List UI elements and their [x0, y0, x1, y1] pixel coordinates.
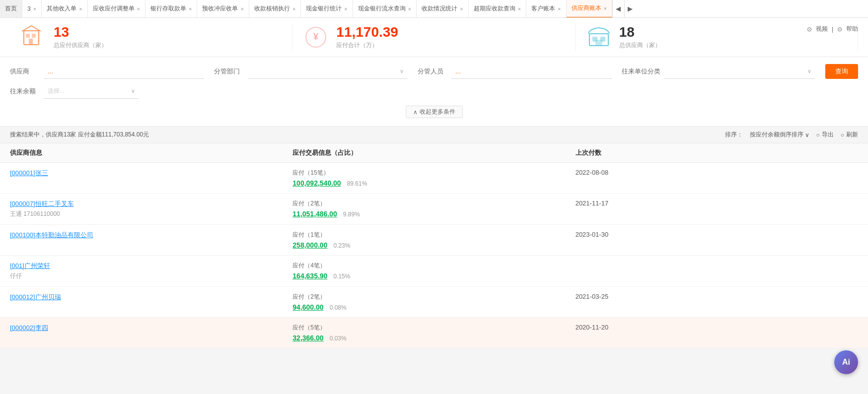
- close-icon[interactable]: ×: [79, 6, 82, 12]
- store-icon: [585, 24, 612, 51]
- nav-tab-overdue-ar[interactable]: 超期应收款查询 ×: [469, 0, 526, 18]
- stat-payable-suppliers: 13 总应付供应商（家）: [10, 24, 292, 51]
- last-pay-cell: 2022-08-08: [576, 169, 858, 176]
- nav-tab-supplier-ledger[interactable]: 供应商账本 ×: [567, 0, 612, 18]
- supplier-info-cell: [000007]恒旺二手叉车 王通 17106110000: [10, 199, 292, 218]
- supplier-filter-label: 供应商: [10, 67, 40, 76]
- close-icon[interactable]: ×: [33, 6, 36, 12]
- unit-filter-select[interactable]: ∨: [664, 64, 816, 79]
- tx-amount[interactable]: 100,092,540.00: [292, 179, 341, 187]
- help-links: ⊙ 视频 | ⊙ 帮助: [807, 25, 858, 33]
- last-pay-date: 2023-01-30: [576, 231, 609, 238]
- export-icon: ○: [816, 131, 820, 138]
- nav-tab-bank-deposit[interactable]: 银行存取款单 ×: [145, 0, 197, 18]
- nav-scroll-left[interactable]: ◀: [612, 0, 624, 18]
- last-pay-date: 2021-11-17: [576, 199, 609, 207]
- unit-filter-label: 往来单位分类: [622, 67, 660, 76]
- video-link[interactable]: 视频: [816, 25, 828, 33]
- tx-percent: 0.15%: [333, 273, 350, 280]
- nav-tab-home[interactable]: 首页: [0, 0, 22, 18]
- filter-row-1: 供应商 分管部门 ∨ 分管人员 往来单位分类 ∨ 查询: [10, 64, 858, 79]
- collapse-button[interactable]: ∧ 收起更多条件: [406, 106, 463, 118]
- supplier-info-cell: [001]广州荣轩 仔仔: [10, 262, 292, 280]
- nav-tab-prepay-offset[interactable]: 预收冲应收单 ×: [197, 0, 249, 18]
- query-button[interactable]: 查询: [825, 64, 858, 79]
- last-pay-cell: 2021-11-17: [576, 199, 858, 207]
- refresh-button[interactable]: ○ 刷新: [841, 131, 858, 139]
- close-icon[interactable]: ×: [292, 6, 295, 12]
- supplier-link[interactable]: [000100]本特勤油品有限公司: [10, 231, 292, 240]
- refresh-icon: ○: [841, 131, 844, 138]
- supplier-link[interactable]: [000002]李四: [10, 324, 292, 332]
- filter-person: 分管人员: [418, 64, 612, 79]
- dept-filter-select[interactable]: ∨: [248, 64, 408, 79]
- close-icon[interactable]: ×: [558, 6, 561, 12]
- collapse-bar: ∧ 收起更多条件: [10, 104, 858, 122]
- help-link[interactable]: 帮助: [846, 25, 858, 33]
- svg-marker-4: [23, 26, 40, 31]
- nav-tab-ap-adjustment[interactable]: 应收应付调整单 ×: [88, 0, 145, 18]
- tx-amount[interactable]: 94,600.00: [292, 303, 323, 311]
- table-row: [000002]李四 应付（5笔） 32,366.00 0.03% 2020-1…: [0, 318, 868, 348]
- filter-dept: 分管部门 ∨: [214, 64, 408, 79]
- svg-rect-2: [32, 34, 36, 38]
- last-pay-date: 2022-08-08: [576, 169, 609, 176]
- supplier-sub-info: 仔仔: [10, 272, 292, 280]
- tx-amount[interactable]: 32,366.00: [292, 334, 323, 342]
- close-icon[interactable]: ×: [240, 6, 243, 12]
- nav-tab-3[interactable]: 3 ×: [22, 0, 42, 18]
- stat-payable-total: ¥ 11,170.39 应付合计（万）: [292, 24, 575, 51]
- supplier-link[interactable]: [000007]恒旺二手叉车: [10, 199, 292, 208]
- top-navigation: 首页 3 × 其他收入单 × 应收应付调整单 × 银行存取款单 × 预收冲应收单…: [0, 0, 868, 18]
- nav-tab-collection-stats[interactable]: 收款情况统计 ×: [417, 0, 468, 18]
- nav-tab-customer-ledger[interactable]: 客户账本 ×: [526, 0, 566, 18]
- tx-percent: 89.61%: [347, 180, 367, 187]
- chevron-down-icon-2: ∨: [807, 68, 811, 74]
- balance-filter-select[interactable]: 选择... ∨: [44, 84, 139, 99]
- close-icon[interactable]: ×: [189, 6, 192, 12]
- supplier-link[interactable]: [000012]广州贝瑞: [10, 293, 292, 302]
- table-header-row: 供应商信息 应付交易信息（占比） 上次付数: [0, 143, 868, 163]
- supplier-table: 供应商信息 应付交易信息（占比） 上次付数 [000001]张三 应付（15笔）…: [0, 143, 868, 348]
- tx-percent: 0.23%: [333, 242, 350, 249]
- tx-info-cell: 应付（4笔） 164,635.90 0.15%: [292, 262, 575, 280]
- tx-info-cell: 应付（1笔） 258,000.00 0.23%: [292, 231, 575, 249]
- sort-label: 排序：: [725, 131, 743, 139]
- tx-info-cell: 应付（15笔） 100,092,540.00 89.61%: [292, 169, 575, 187]
- nav-tab-collection-exec[interactable]: 收款核销执行 ×: [249, 0, 301, 18]
- tx-info-cell: 应付（2笔） 94,600.00 0.08%: [292, 293, 575, 311]
- nav-tab-cash-bank-flow[interactable]: 现金银行流水查询 ×: [353, 0, 417, 18]
- table-row: [001]广州荣轩 仔仔 应付（4笔） 164,635.90 0.15%: [0, 256, 868, 287]
- close-icon[interactable]: ×: [408, 6, 411, 12]
- filter-balance: 往来余额 选择... ∨: [10, 84, 139, 99]
- payable-total-amount: 11,170.39: [336, 25, 398, 40]
- money-icon: ¥: [302, 24, 329, 51]
- filter-area: 供应商 分管部门 ∨ 分管人员 往来单位分类 ∨ 查询: [0, 57, 868, 127]
- tx-amount[interactable]: 258,000.00: [292, 241, 327, 249]
- export-button[interactable]: ○ 导出: [816, 131, 834, 139]
- person-filter-input[interactable]: [451, 64, 612, 79]
- tx-info-cell: 应付（2笔） 11,051,486.00 9.89%: [292, 199, 575, 218]
- nav-tab-other-income[interactable]: 其他收入单 ×: [42, 0, 87, 18]
- tx-amount[interactable]: 11,051,486.00: [292, 210, 337, 218]
- supplier-filter-input[interactable]: [44, 64, 204, 79]
- last-pay-date: 2021-03-25: [576, 293, 609, 300]
- sort-chevron-icon: ∨: [805, 131, 809, 138]
- nav-tab-cash-bank-stats[interactable]: 现金银行统计 ×: [301, 0, 353, 18]
- balance-filter-label: 往来余额: [10, 87, 40, 96]
- svg-rect-3: [29, 39, 33, 45]
- supplier-link[interactable]: [001]广州荣轩: [10, 262, 292, 270]
- close-icon[interactable]: ×: [137, 6, 140, 12]
- nav-scroll-right[interactable]: ▶: [624, 0, 636, 18]
- tx-amount[interactable]: 164,635.90: [292, 272, 327, 280]
- close-icon[interactable]: ×: [460, 6, 463, 12]
- tx-info-cell: 应付（5笔） 32,366.00 0.03%: [292, 324, 575, 342]
- close-icon[interactable]: ×: [604, 5, 607, 11]
- supplier-link[interactable]: [000001]张三: [10, 169, 292, 178]
- supplier-sub-info: 王通 17106110000: [10, 210, 292, 218]
- close-icon[interactable]: ×: [344, 6, 347, 12]
- sort-select[interactable]: 按应付余额倒序排序 ∨: [750, 131, 809, 139]
- close-icon[interactable]: ×: [518, 6, 521, 12]
- stats-bar: 13 总应付供应商（家） ¥ 11,170.39 应付合计（万）: [0, 18, 868, 57]
- supplier-icon: [20, 24, 47, 51]
